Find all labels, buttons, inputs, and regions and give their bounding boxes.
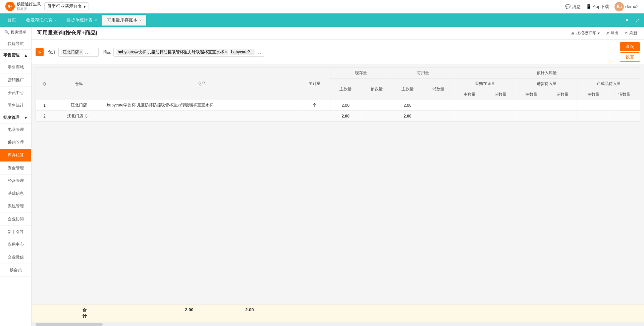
tab-home[interactable]: 首页 [3,15,21,26]
message-label: 消息 [572,4,581,10]
warehouse-filter-input[interactable]: 江北门店 × … [58,48,99,57]
sidebar-item-retail-mgmt[interactable]: 零售管理 ▲ [0,50,31,61]
sidebar-item-retail-mall[interactable]: 零售商城 [0,61,31,74]
tab-available-stock[interactable]: 可用量库存账本 × [102,15,146,26]
sidebar-item-enterprise-wx[interactable]: 企业微信 [0,251,31,264]
chevron-icon: ▲ [24,53,28,58]
sidebar-item-basic-info[interactable]: 基础信息 [0,187,31,200]
nav-expand-button[interactable]: ⤢ [633,17,641,24]
th-finished-main: 主数量 [578,89,609,100]
print-dropdown-icon: ▾ [598,31,600,36]
sidebar-item-marketing[interactable]: 营销推广 [0,74,31,87]
warehouse-filter-label: 仓库 [48,49,56,55]
tab-available-stock-close[interactable]: × [140,18,142,22]
sidebar-item-member-center[interactable]: 会员中心 [0,87,31,99]
sidebar-quick-nav[interactable]: 快捷导航 [0,38,31,50]
sidebar-operations-label: 经营管理 [8,178,24,184]
sidebar-retail-stats-label: 零售统计 [8,103,24,108]
tab-order-stats-close[interactable]: × [95,18,97,22]
print-icon: 🖨 [571,31,575,36]
nav-close-all-button[interactable]: × [624,16,631,24]
sidebar-newbie-label: 新手引导 [8,229,24,235]
warehouse-tag-close[interactable]: × [80,50,82,54]
search-icon: 🔍 [4,30,9,35]
settings-button[interactable]: 设置 [620,52,640,62]
th-unit: 主计量 [299,68,330,100]
product-filter-input[interactable]: babycare学饮杯 儿童防摔防撞吸管杯重力球吸嘴杯宝宝水杯 × babyca… [113,48,264,57]
print-button[interactable]: 🖨 按模板打印 ▾ [570,30,601,37]
tab-receive-send[interactable]: 收发存汇总表 × [21,15,61,26]
cell-purchase-main-1 [454,111,485,122]
app-download-button[interactable]: 📱 App下载 [586,4,609,10]
tab-order-stats[interactable]: 要货单统计表 × [62,15,101,26]
top-bar-right: 💬 消息 📱 App下载 Ea demo2 [565,2,639,11]
logo-icon: 好 [5,2,15,11]
username: demo2 [625,4,639,9]
th-available-group: 可用量 [392,68,454,79]
tab-available-stock-label: 可用量库存账本 [107,17,138,23]
tab-receive-send-close[interactable]: × [54,18,56,22]
table-row: 2 江北门店【... 2.00 2.00 [36,111,640,122]
tab-receive-send-label: 收发存汇总表 [26,17,52,23]
filter-bar: » 仓库 江北门店 × … 商品 babycare学饮杯 儿童防摔防撞吸管杯重力… [32,40,644,65]
th-purchase-main: 主数量 [454,89,485,100]
th-current-stock-group: 现存量 [330,68,392,79]
nav-tabs-right: × ⤢ [624,16,641,24]
refresh-button[interactable]: ↺ 刷新 [623,30,639,37]
sidebar-item-ecommerce[interactable]: 电商管理 [0,124,31,136]
cell-incoming-pending-aux-1 [547,111,578,122]
th-finished-group: 产成品待入量 [578,79,640,89]
table-settings-icon[interactable]: ⚙ [42,81,47,87]
sidebar-basic-info-label: 基础信息 [8,191,24,196]
product-tag-close[interactable]: × [225,50,227,54]
product-tag-text: babycare学饮杯 儿童防摔防撞吸管杯重力球吸嘴杯宝宝水杯 [118,49,224,55]
footer-bar: 合计 2.00 2.00 [32,304,644,322]
cell-current-main-0: 2.00 [330,100,361,111]
page-header: 可用量查询(按仓库+商品) 🖨 按模板打印 ▾ ↗ 导出 ↺ 刷新 [32,27,644,40]
page-title: 可用量查询(按仓库+商品) [37,30,97,37]
warehouse-more-dots[interactable]: … [85,49,90,55]
industry-label: 母婴行业演示账套 [47,3,82,9]
cell-available-main-0: 2.00 [392,100,423,111]
top-bar: 好 畅捷通好生意 标准版 母婴行业演示账套 ▾ 💬 消息 📱 App下载 Ea … [0,0,644,13]
horizontal-scrollbar[interactable] [36,323,103,326]
sidebar-item-system[interactable]: 系统管理 [0,200,31,213]
sidebar-search[interactable]: 🔍 搜索菜单 [0,27,31,38]
industry-selector[interactable]: 母婴行业演示账套 ▾ [44,2,89,10]
sidebar-wholesale-mgmt-label: 批发管理 [3,115,19,121]
sidebar-item-enterprise[interactable]: 企业协同 [0,213,31,226]
cell-incoming-pending-main-1 [516,111,547,122]
cell-index-1: 2 [36,111,53,122]
cell-unit-0: 个 [299,100,330,111]
th-settings[interactable]: ⚙ [36,68,53,100]
sidebar-marketing-label: 营销推广 [8,77,24,83]
sidebar-item-purchase[interactable]: 采购管理 [0,136,31,149]
footer-label: 合计 [36,307,85,319]
cell-current-aux-0 [361,100,392,111]
sidebar-item-wholesale-mgmt[interactable]: 批发管理 ▼ [0,112,31,124]
sidebar-item-app-center[interactable]: 应用中心 [0,238,31,251]
message-button[interactable]: 💬 消息 [565,4,581,10]
footer-current-main: 2.00 [172,307,206,319]
sidebar-item-inventory[interactable]: 库存核算 [0,149,31,162]
sidebar-item-operations[interactable]: 经营管理 [0,175,31,187]
user-area[interactable]: Ea demo2 [614,2,639,11]
query-button[interactable]: 查询 [620,42,640,51]
th-available-aux: 辅数量 [423,79,454,100]
chevron-down-icon: ▾ [84,4,86,9]
sidebar-item-finance[interactable]: 资金管理 [0,162,31,175]
th-finished-aux: 辅数量 [609,89,640,100]
cell-finished-main-0 [578,100,609,111]
sidebar-item-retail-stats[interactable]: 零售统计 [0,99,31,112]
page-actions: 🖨 按模板打印 ▾ ↗ 导出 ↺ 刷新 [570,30,639,37]
warehouse-tag: 江北门店 × [61,49,83,55]
content-area: 可用量查询(按仓库+商品) 🖨 按模板打印 ▾ ↗ 导出 ↺ 刷新 » [32,27,644,326]
sidebar-item-newbie[interactable]: 新手引导 [0,226,31,238]
nav-tabs-bar: 首页 收发存汇总表 × 要货单统计表 × 可用量库存账本 × × ⤢ [0,13,644,27]
filter-expand-button[interactable]: » [36,48,44,56]
export-button[interactable]: ↗ 导出 [604,30,620,37]
logo-text-area: 畅捷通好生意 标准版 [17,2,41,11]
product-more-dots[interactable]: … [256,49,261,55]
sidebar-item-member[interactable]: 畅会员 [0,264,31,277]
scroll-bar-area [32,322,644,326]
